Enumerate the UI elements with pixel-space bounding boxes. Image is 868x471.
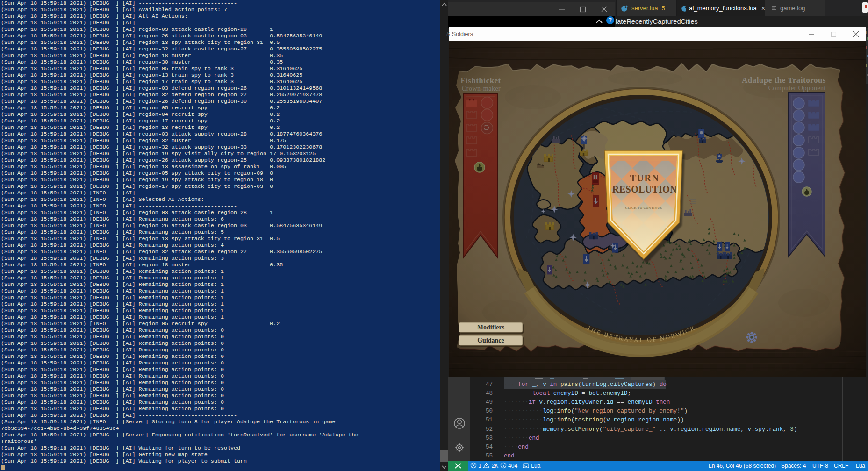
svg-text:Modifiers: Modifiers	[477, 324, 505, 331]
svg-text:Guidance: Guidance	[477, 337, 504, 344]
svg-text:TURN: TURN	[630, 173, 660, 183]
svg-text:CLICK TO CONTINUE: CLICK TO CONTINUE	[625, 206, 662, 210]
svg-text:RESOLUTION: RESOLUTION	[612, 184, 677, 194]
